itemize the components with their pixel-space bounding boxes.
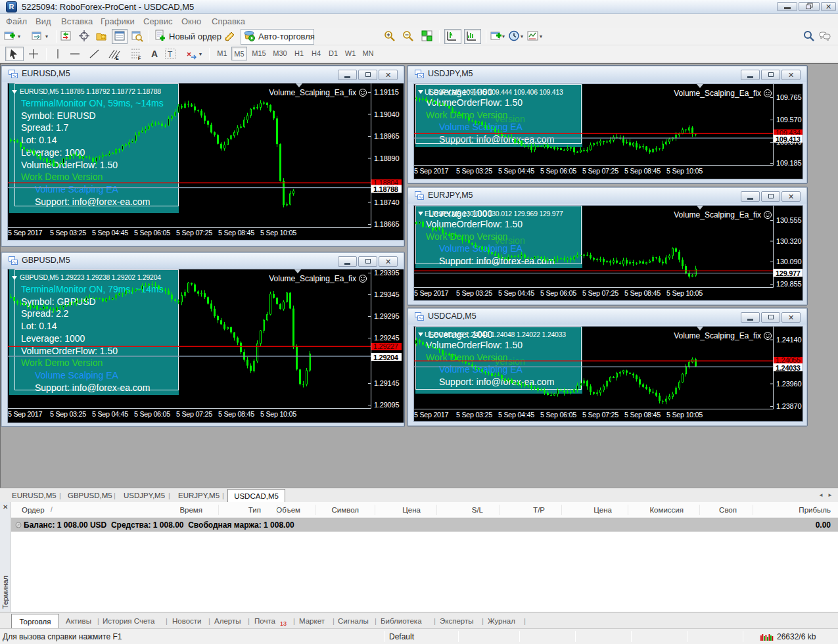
svg-text:Work Demo Version: Work Demo Version [21,172,103,182]
svg-text:130.320: 130.320 [776,237,801,245]
svg-text:1.23870: 1.23870 [776,402,801,410]
svg-text:USDJPY,M5 109.445 109.444 109: USDJPY,M5 109.445 109.444 109.406 109.41… [425,89,563,96]
svg-text:5 Sep 2017: 5 Sep 2017 [8,229,43,237]
svg-text:Symbol: EURUSD: Symbol: EURUSD [21,110,96,121]
svg-text:5 Sep 03:25: 5 Sep 03:25 [456,411,492,419]
svg-text:1.29227: 1.29227 [373,342,398,350]
svg-text:5 Sep 10:05: 5 Sep 10:05 [666,167,703,175]
svg-text:1.18740: 1.18740 [374,198,399,206]
svg-text:Support: info@forex-ea.com: Support: info@forex-ea.com [439,134,554,145]
svg-text:1.18890: 1.18890 [374,154,399,162]
svg-text:5 Sep 08:45: 5 Sep 08:45 [218,229,254,237]
svg-text:5 Sep 2017: 5 Sep 2017 [414,289,449,297]
svg-text:5 Sep 04:45: 5 Sep 04:45 [92,229,128,237]
svg-text:5 Sep 2017: 5 Sep 2017 [8,410,43,418]
svg-text:1.23960: 1.23960 [776,380,801,388]
svg-text:Leverage: 1000: Leverage: 1000 [21,333,85,344]
svg-text:VolumeOrderFlow: 1.50: VolumeOrderFlow: 1.50 [426,219,523,229]
svg-text:5 Sep 04:45: 5 Sep 04:45 [498,289,534,297]
svg-text:VolumeOrderFlow: 1.50: VolumeOrderFlow: 1.50 [426,340,523,350]
svg-text:E: E [116,56,119,60]
svg-text:1.18788: 1.18788 [373,185,398,193]
svg-text:1.29145: 1.29145 [374,379,399,387]
svg-text:5 Sep 07:25: 5 Sep 07:25 [582,411,618,419]
svg-text:GBPUSD,M5 1.29223 1.29238 1.2: GBPUSD,M5 1.29223 1.29238 1.29202 1.2920… [20,274,161,281]
svg-text:5 Sep 04:45: 5 Sep 04:45 [498,411,534,419]
svg-text:5 Sep 08:45: 5 Sep 08:45 [624,411,661,419]
svg-text:Volume Scalping EA: Volume Scalping EA [35,184,119,195]
svg-text:5 Sep 10:05: 5 Sep 10:05 [260,229,296,237]
svg-text:Spread: 1.7: Spread: 1.7 [21,122,69,133]
svg-text:Work Demo Version: Work Demo Version [21,357,103,368]
svg-text:Lot: 0.14: Lot: 0.14 [21,135,57,145]
svg-text:Volume_Scalping_Ea_fix: Volume_Scalping_Ea_fix [674,210,761,219]
svg-text:T: T [168,50,173,59]
svg-text:Support: info@forex-ea.com: Support: info@forex-ea.com [35,382,150,393]
svg-text:109.765: 109.765 [776,93,801,101]
svg-text:109.570: 109.570 [776,116,801,124]
svg-text:5 Sep 10:05: 5 Sep 10:05 [666,411,703,419]
svg-text:Support: info@forex-ea.com: Support: info@forex-ea.com [439,377,554,387]
svg-text:130.555: 130.555 [776,216,801,224]
svg-text:5 Sep 03:25: 5 Sep 03:25 [456,167,492,175]
svg-text:129.977: 129.977 [776,269,801,277]
svg-text:5 Sep 10:05: 5 Sep 10:05 [260,410,296,418]
svg-text:Volume_Scalping_Ea_fix: Volume_Scalping_Ea_fix [269,274,356,283]
svg-text:5 Sep 10:05: 5 Sep 10:05 [666,289,703,297]
svg-text:130.090: 130.090 [776,258,801,265]
svg-text:Version: Version [494,235,525,246]
svg-text:EURUSD,M5 1.18785 1.18792 1.1: EURUSD,M5 1.18785 1.18792 1.18772 1.1878… [20,88,161,95]
svg-text:VolumeOrderFlow: 1.50: VolumeOrderFlow: 1.50 [21,160,118,170]
svg-text:USDCAD,M5 1.24043 1.24048 1.2: USDCAD,M5 1.24043 1.24048 1.24022 1.2403… [425,331,566,338]
svg-text:Volume_Scalping_Ea_fix: Volume_Scalping_Ea_fix [269,88,356,97]
svg-text:Volume_Scalping_Ea_fix: Volume_Scalping_Ea_fix [674,89,761,98]
svg-text:109.413: 109.413 [776,135,801,143]
svg-text:5 Sep 07:25: 5 Sep 07:25 [176,229,212,237]
svg-text:5 Sep 08:45: 5 Sep 08:45 [624,289,661,297]
svg-text:1.29245: 1.29245 [374,334,399,342]
svg-text:5 Sep 06:05: 5 Sep 06:05 [540,411,576,419]
svg-text:5 Sep 08:45: 5 Sep 08:45 [624,167,661,175]
svg-text:Lot: 0.14: Lot: 0.14 [21,321,57,331]
svg-text:Volume_Scalping_Ea_fix: Volume_Scalping_Ea_fix [674,331,761,340]
svg-text:5 Sep 06:05: 5 Sep 06:05 [540,289,576,297]
svg-text:1.18665: 1.18665 [374,220,399,228]
svg-text:5 Sep 07:25: 5 Sep 07:25 [176,410,212,418]
svg-text:5 Sep 2017: 5 Sep 2017 [414,167,449,175]
svg-text:1.29204: 1.29204 [373,354,399,361]
svg-text:VolumeOrderFlow: 1.50: VolumeOrderFlow: 1.50 [21,346,118,356]
svg-text:129.855: 129.855 [776,280,801,288]
svg-text:5 Sep 03:25: 5 Sep 03:25 [50,410,86,418]
svg-text:5 Sep 06:05: 5 Sep 06:05 [134,229,170,237]
svg-text:1.18965: 1.18965 [374,132,399,140]
svg-text:5 Sep 03:25: 5 Sep 03:25 [456,289,492,297]
svg-text:1.29095: 1.29095 [374,401,399,409]
svg-text:TerminalMonitor ON, 59ms, ~14m: TerminalMonitor ON, 59ms, ~14ms [21,98,164,108]
svg-text:Version: Version [494,114,525,124]
svg-text:1.29345: 1.29345 [374,290,399,298]
svg-text:5 Sep 03:25: 5 Sep 03:25 [50,229,86,237]
svg-text:5 Sep 07:25: 5 Sep 07:25 [582,289,618,297]
svg-text:5 Sep 07:25: 5 Sep 07:25 [582,167,618,175]
svg-text:EURJPY,M5 130.010 130.012 129: EURJPY,M5 130.010 130.012 129.969 129.97… [425,210,563,218]
svg-text:Symbol: GBPUSD: Symbol: GBPUSD [21,296,96,307]
svg-text:5 Sep 06:05: 5 Sep 06:05 [540,167,576,175]
svg-text:F: F [138,56,141,60]
svg-text:1.19040: 1.19040 [374,110,399,118]
svg-text:5 Sep 06:05: 5 Sep 06:05 [134,410,170,418]
svg-text:1.24033: 1.24033 [776,364,801,372]
svg-text:109.185: 109.185 [776,159,801,167]
svg-text:5 Sep 04:45: 5 Sep 04:45 [92,410,128,418]
svg-text:5 Sep 2017: 5 Sep 2017 [414,411,449,419]
svg-text:1.29295: 1.29295 [374,312,399,320]
svg-text:1.19115: 1.19115 [374,88,399,96]
svg-text:5 Sep 04:45: 5 Sep 04:45 [498,167,534,175]
svg-text:1.24140: 1.24140 [776,336,801,344]
svg-text:VolumeOrderFlow: 1.50: VolumeOrderFlow: 1.50 [426,97,523,108]
svg-text:1.24055: 1.24055 [776,356,801,364]
svg-text:Support: info@forex-ea.com: Support: info@forex-ea.com [35,196,150,207]
svg-text:Volume Scalping EA: Volume Scalping EA [35,370,119,380]
svg-text:5 Sep 08:45: 5 Sep 08:45 [218,410,254,418]
svg-text:1.29395: 1.29395 [374,269,399,277]
svg-text:Spread: 2.2: Spread: 2.2 [21,308,69,319]
